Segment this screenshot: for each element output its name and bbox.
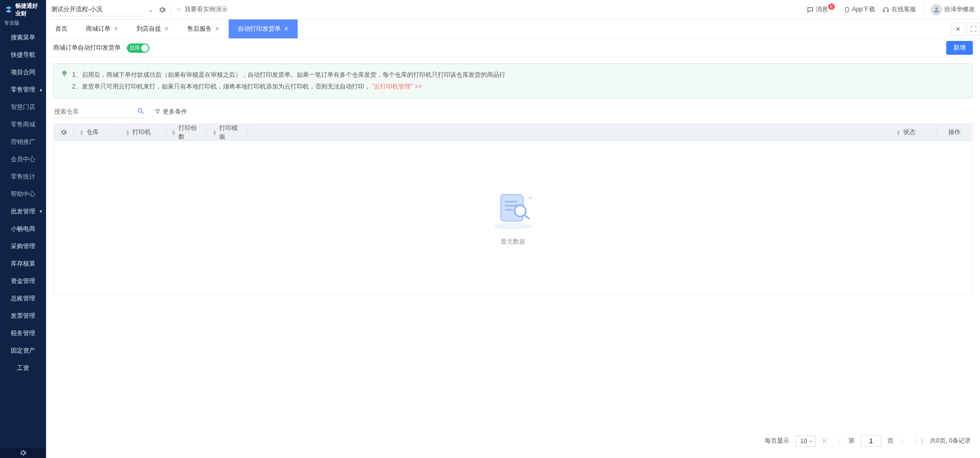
demo-link[interactable]: ☞ 我要看实例演示 <box>176 5 228 14</box>
first-page-button[interactable]: K <box>822 438 828 445</box>
col-status[interactable]: ▲▼ 状态 <box>248 124 937 141</box>
sort-icon[interactable]: ▲▼ <box>896 129 901 136</box>
col-warehouse[interactable]: ▲▼ 仓库 <box>74 124 120 141</box>
app-download-label: App下载 <box>852 5 875 14</box>
sidebar-item-15[interactable]: 总账管理 <box>0 290 46 307</box>
phone-icon <box>844 6 850 13</box>
add-button[interactable]: 新增 <box>946 41 973 55</box>
settings-icon[interactable] <box>159 6 166 13</box>
tab-1[interactable]: 商城订单✕ <box>77 19 127 38</box>
sidebar-item-label: 零售统计 <box>11 172 35 181</box>
sidebar-item-label: 项目合同 <box>11 68 35 77</box>
tab-4[interactable]: 自动打印发货单✕ <box>229 19 298 38</box>
sidebar-item-9[interactable]: 帮助中心 <box>0 185 46 203</box>
next-page-button[interactable]: 〉 <box>900 437 908 445</box>
pagination: 每页显示 10 K 〈 第 页 〉 〉| 共0页, 0条记录 <box>53 430 973 452</box>
online-service-button[interactable]: 在线客服 <box>882 5 916 14</box>
page-suffix: 页 <box>887 437 894 445</box>
sidebar-item-8[interactable]: 零售统计 <box>0 168 46 185</box>
sort-icon[interactable]: ▲▼ <box>125 129 130 136</box>
per-page-label: 每页显示 <box>765 437 789 445</box>
sidebar-item-2[interactable]: 项目合同 <box>0 63 46 81</box>
empty-illustration-icon <box>488 189 538 230</box>
sidebar-item-label: 工资 <box>17 364 29 373</box>
sort-icon[interactable]: ▲▼ <box>79 129 84 136</box>
info-box: 1、启用后，商城下单付款成功后（如果有审核是在审核之后），自动打印发货单。如果一… <box>53 63 973 98</box>
sidebar-item-5[interactable]: 零售商城 <box>0 116 46 133</box>
fullscreen-button[interactable]: ⛶ <box>967 23 980 36</box>
col-template[interactable]: ▲▼ 打印模板 <box>207 124 248 141</box>
tab-3[interactable]: 售后服务✕ <box>178 19 229 38</box>
user-menu[interactable]: 徐泽华修改 <box>931 4 975 15</box>
prev-page-button[interactable]: 〈 <box>834 437 842 445</box>
sidebar-item-label: 采购管理 <box>11 242 35 251</box>
col-copies[interactable]: ▲▼ 打印份数 <box>166 124 207 141</box>
search-icon[interactable] <box>137 107 144 115</box>
tab-label: 到店自提 <box>137 25 161 33</box>
sidebar-item-10[interactable]: 批发管理▼ <box>0 203 46 220</box>
sidebar-item-label: 小畅电商 <box>11 225 35 233</box>
info-text: 1、启用后，商城下单付款成功后（如果有审核是在审核之后），自动打印发货单。如果一… <box>72 69 505 93</box>
sidebar-item-13[interactable]: 库存核算 <box>0 255 46 272</box>
messages-label: 消息 <box>816 5 828 14</box>
sidebar-item-label: 快捷导航 <box>11 51 35 59</box>
sidebar-item-14[interactable]: 资金管理 <box>0 272 46 290</box>
sidebar-item-12[interactable]: 采购管理 <box>0 237 46 255</box>
brand-name: 畅捷通好业财 <box>15 2 42 17</box>
page-title: 商城订单自动打印发货单 <box>53 43 121 52</box>
sidebar-item-7[interactable]: 会员中心 <box>0 150 46 168</box>
sidebar-item-16[interactable]: 发票管理 <box>0 307 46 324</box>
close-icon[interactable]: ✕ <box>164 26 169 32</box>
close-icon[interactable]: ✕ <box>284 26 288 32</box>
svg-point-4 <box>494 223 532 229</box>
sidebar-item-6[interactable]: 营销推广 <box>0 133 46 150</box>
sidebar-item-label: 批发管理 <box>11 207 35 216</box>
close-icon[interactable]: ✕ <box>215 26 219 32</box>
last-page-button[interactable]: 〉| <box>914 437 924 445</box>
column-settings-button[interactable] <box>54 124 74 141</box>
sidebar-item-19[interactable]: 工资 <box>0 359 46 377</box>
messages-button[interactable]: 消息 8 <box>807 5 837 14</box>
breadcrumb-text: 测试分开流程-小况 <box>51 3 144 16</box>
col-action: 操作 <box>937 124 972 141</box>
close-icon[interactable]: ✕ <box>114 26 118 32</box>
sidebar-item-17[interactable]: 税务管理 <box>0 324 46 342</box>
chevron-down-icon[interactable]: ⌄ <box>148 6 153 13</box>
filter-icon <box>154 108 161 115</box>
info-line-2: 2、发货单只可用云打印机来打，如果只有本地打印机，须将本地打印机添加为云打印机，… <box>72 81 505 93</box>
sidebar-settings-button[interactable] <box>0 448 46 458</box>
sidebar-item-18[interactable]: 固定资产 <box>0 342 46 359</box>
sort-icon[interactable]: ▲▼ <box>212 129 217 136</box>
close-icon: ✕ <box>955 26 961 33</box>
nav-list: 搜索菜单快捷导航项目合同零售管理▲智慧门店零售商城营销推广会员中心零售统计帮助中… <box>0 29 46 458</box>
more-conditions-label: 更多条件 <box>163 107 187 116</box>
enable-toggle[interactable]: 启用 <box>127 43 149 53</box>
sidebar-item-label: 资金管理 <box>11 277 35 286</box>
sidebar-item-4[interactable]: 智慧门店 <box>0 98 46 116</box>
sidebar-item-3[interactable]: 零售管理▲ <box>0 81 46 98</box>
page-input[interactable] <box>861 435 881 447</box>
more-conditions-button[interactable]: 更多条件 <box>154 107 187 116</box>
tab-0[interactable]: 首页 <box>46 19 77 38</box>
cloud-printer-link[interactable]: "云打印机管理" >> <box>372 83 422 90</box>
tabs: 首页商城订单✕到店自提✕售后服务✕自动打印发货单✕ ✕ ⛶ <box>46 19 980 39</box>
sort-icon[interactable]: ▲▼ <box>171 129 176 136</box>
sidebar-item-label: 会员中心 <box>11 155 35 164</box>
tab-2[interactable]: 到店自提✕ <box>127 19 178 38</box>
sidebar-item-11[interactable]: 小畅电商 <box>0 220 46 237</box>
sidebar-item-1[interactable]: 快捷导航 <box>0 46 46 63</box>
svg-line-9 <box>524 215 529 219</box>
warehouse-search-input[interactable] <box>53 105 145 118</box>
username: 徐泽华修改 <box>944 5 975 14</box>
tab-label: 首页 <box>55 25 68 33</box>
table: ▲▼ 仓库 ▲▼ 打印机 ▲▼ 打印份数 ▲▼ 打印模板 <box>53 123 973 295</box>
per-page-select[interactable]: 10 <box>795 435 815 447</box>
app-download-button[interactable]: App下载 <box>844 5 875 14</box>
col-printer[interactable]: ▲▼ 打印机 <box>120 124 166 141</box>
sidebar-item-label: 搜索菜单 <box>11 33 35 42</box>
message-icon <box>807 6 814 13</box>
close-tab-button[interactable]: ✕ <box>951 23 965 36</box>
sidebar-item-label: 固定资产 <box>11 346 35 355</box>
sidebar-item-0[interactable]: 搜索菜单 <box>0 29 46 46</box>
tab-label: 商城订单 <box>86 25 110 33</box>
